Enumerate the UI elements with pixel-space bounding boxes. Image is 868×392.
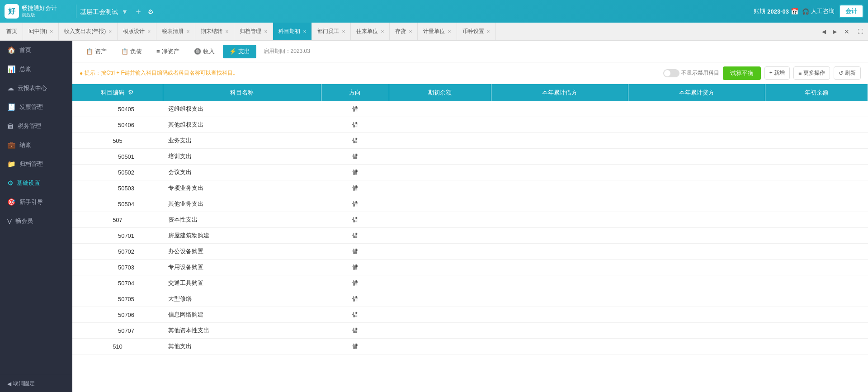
tab-fc(中期)[interactable]: fc(中期)×	[23, 23, 59, 40]
tab-期末结转[interactable]: 期末结转×	[195, 23, 234, 40]
sub-tab-支出[interactable]: ⚡支出	[223, 45, 256, 58]
ytd_credit-cell	[628, 212, 765, 228]
tab-计量单位[interactable]: 计量单位×	[418, 23, 457, 40]
col-header-本年累计贷方: 本年累计贷方	[628, 84, 765, 101]
period_bal-cell	[389, 339, 491, 354]
sidebar-item-基础设置[interactable]: ⚙基础设置	[0, 174, 72, 193]
tab-close-icon[interactable]: ×	[448, 28, 451, 35]
account-button[interactable]: 会计	[839, 5, 863, 18]
ytd_credit-cell	[628, 323, 765, 339]
tab-bar: 首页fc(中期)×收入支出表(年报)×模版设计×税表清册×期末结转×归档管理×科…	[0, 23, 868, 41]
code-cell: 50503	[72, 180, 163, 196]
calendar-icon[interactable]: 📅	[791, 8, 798, 15]
add-tab-icon[interactable]: ＋	[134, 7, 142, 16]
table-container: 科目编码 ⚙科目名称方向期初余额本年累计借方本年累计贷方年初余额 50405运维…	[72, 84, 868, 392]
sidebar-label: 云报表中心	[18, 84, 47, 92]
table-row[interactable]: 50503专项业务支出借	[72, 180, 868, 196]
tab-label: 模版设计	[123, 28, 145, 35]
period_bal-cell	[389, 275, 491, 291]
tab-首页[interactable]: 首页	[1, 23, 23, 40]
ytd_debit-cell	[491, 212, 628, 228]
tab-close-icon[interactable]: ×	[108, 28, 112, 35]
sidebar-collapse-button[interactable]: ◀ 取消固定	[0, 375, 72, 392]
ytd_credit-cell	[628, 101, 765, 117]
tab-close-icon[interactable]: ×	[487, 28, 490, 35]
table-row[interactable]: 507资本性支出借	[72, 212, 868, 228]
sidebar-item-新手引导[interactable]: 🎯新手引导	[0, 193, 72, 212]
sub-tab-bar: 📋资产📋负债≡净资产🔘收入⚡支出 启用期间：2023.03	[72, 41, 868, 62]
table-row[interactable]: 50405运维维权支出借	[72, 101, 868, 117]
tab-部门员工[interactable]: 部门员工×	[312, 23, 351, 40]
table-row[interactable]: 50501培训支出借	[72, 149, 868, 165]
sub-tab-负债[interactable]: 📋负债	[115, 45, 148, 58]
table-row[interactable]: 505业务支出借	[72, 133, 868, 149]
table-row[interactable]: 50701房屋建筑物购建借	[72, 228, 868, 244]
period_bal-cell	[389, 180, 491, 196]
tab-close-icon[interactable]: ×	[264, 28, 267, 35]
ytd_credit-cell	[628, 339, 765, 354]
toggle-switch[interactable]	[663, 69, 679, 77]
tab-expand-button[interactable]: ⛶	[854, 23, 867, 40]
company-name[interactable]: 基层工会测试 ▼ ＋ ⚙	[80, 6, 750, 17]
table-row[interactable]: 50702办公设备购置借	[72, 244, 868, 260]
tab-模版设计[interactable]: 模版设计×	[118, 23, 156, 40]
period-area: 账期 2023-03 📅	[754, 7, 798, 15]
table-row[interactable]: 50703专用设备购置借	[72, 260, 868, 275]
table-row[interactable]: 50704交通工具购置借	[72, 275, 868, 291]
ytd_debit-cell	[491, 260, 628, 275]
tab-close-icon[interactable]: ×	[147, 28, 151, 35]
table-row[interactable]: 50706信息网络购建借	[72, 307, 868, 323]
more-button[interactable]: ≡ 更多操作	[793, 66, 830, 80]
table-row[interactable]: 50504其他业务支出借	[72, 196, 868, 212]
header-right: 🎧 人工咨询 会计	[802, 5, 863, 18]
tab-归档管理[interactable]: 归档管理×	[234, 23, 273, 40]
sidebar-item-归档管理[interactable]: 📁归档管理	[0, 155, 72, 174]
code-cell: 50406	[72, 117, 163, 133]
help-button[interactable]: 🎧 人工咨询	[802, 7, 835, 15]
sidebar-item-总账[interactable]: 📊总账	[0, 60, 72, 79]
sidebar-item-首页[interactable]: 🏠首页	[0, 41, 72, 60]
tab-币种设置[interactable]: 币种设置×	[457, 23, 496, 40]
tab-label: 科目期初	[278, 28, 300, 35]
show-disabled-toggle[interactable]: 不显示禁用科目	[663, 69, 719, 77]
tab-next-button[interactable]: ▶	[829, 23, 840, 40]
table-row[interactable]: 50707其他资本性支出借	[72, 323, 868, 339]
sub-tab-收入[interactable]: 🔘收入	[188, 45, 221, 58]
tab-close-icon[interactable]: ×	[303, 28, 306, 35]
table-row[interactable]: 50502会议支出借	[72, 165, 868, 180]
balance-button[interactable]: 试算平衡	[723, 66, 761, 80]
tab-close-icon[interactable]: ×	[342, 28, 345, 35]
sidebar-item-发票管理[interactable]: 🧾发票管理	[0, 98, 72, 117]
ytd_credit-cell	[628, 260, 765, 275]
tab-close-icon[interactable]: ×	[50, 28, 53, 35]
table-row[interactable]: 510其他支出借	[72, 339, 868, 354]
sub-tab-资产[interactable]: 📋资产	[80, 45, 113, 58]
tab-收入支出表(年报)[interactable]: 收入支出表(年报)×	[59, 23, 118, 40]
tab-close-icon[interactable]: ×	[225, 28, 228, 35]
direction-cell: 借	[321, 260, 389, 275]
sidebar-icon-基础设置: ⚙	[7, 179, 13, 187]
tab-存货[interactable]: 存货×	[390, 23, 418, 40]
refresh-button[interactable]: ↺ 刷新	[834, 66, 861, 80]
table-row[interactable]: 50705大型修缮借	[72, 291, 868, 307]
sidebar-item-畅会员[interactable]: V畅会员	[0, 212, 72, 231]
column-settings-icon[interactable]: ⚙	[126, 89, 134, 96]
tab-prev-button[interactable]: ◀	[818, 23, 829, 40]
tab-close-icon[interactable]: ×	[409, 28, 412, 35]
sidebar-item-云报表中心[interactable]: ☁云报表中心	[0, 79, 72, 98]
tab-往来单位[interactable]: 往来单位×	[351, 23, 390, 40]
tab-科目期初[interactable]: 科目期初×	[273, 23, 312, 40]
tab-close-icon[interactable]: ×	[381, 28, 384, 35]
direction-cell: 借	[321, 165, 389, 180]
table-row[interactable]: 50406其他维权支出借	[72, 117, 868, 133]
code-cell: 50706	[72, 307, 163, 323]
add-button[interactable]: + 新增	[764, 66, 790, 80]
tab-close-all-button[interactable]: ✕	[840, 23, 854, 40]
sub-tab-净资产[interactable]: ≡净资产	[150, 45, 186, 58]
settings-tab-icon[interactable]: ⚙	[148, 8, 154, 15]
ytd_credit-cell	[628, 244, 765, 260]
sidebar-item-税务管理[interactable]: 🏛税务管理	[0, 117, 72, 136]
sidebar-item-结账[interactable]: 💼结账	[0, 136, 72, 155]
tab-close-icon[interactable]: ×	[186, 28, 189, 35]
tab-税表清册[interactable]: 税表清册×	[156, 23, 195, 40]
